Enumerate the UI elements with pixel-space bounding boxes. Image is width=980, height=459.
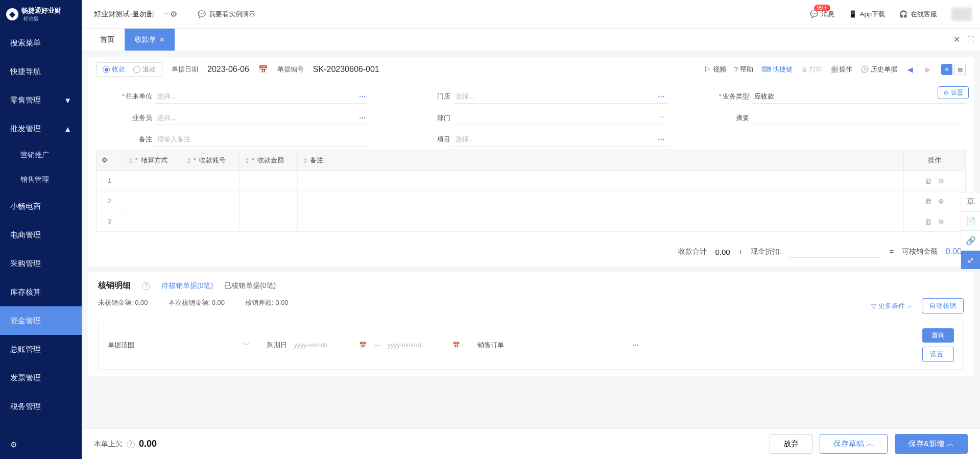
settings-button[interactable]: 设置 (922, 347, 954, 362)
verify-tab-done[interactable]: 已核销单据(0笔) (224, 281, 276, 291)
brand-icon: ◆ (6, 8, 18, 20)
tab-receipt[interactable]: 收款单 ✕ (125, 29, 175, 51)
th-amount[interactable]: ▲▼*收款金额 (240, 150, 298, 170)
demo-link[interactable]: 💬 我要看实例演示 (198, 10, 255, 19)
chat-icon: 💬 (198, 10, 206, 18)
gear-icon[interactable]: ⚙ (170, 9, 177, 19)
sidebar: 搜索菜单 快捷导航 零售管理▼ 批发管理▲ 营销推广 销售管理 小畅电商 电商管… (0, 29, 82, 459)
shortcut-link[interactable]: ⌨ 快捷键 (761, 65, 793, 74)
close-icon[interactable]: ✕ (159, 36, 164, 43)
save-draft-button[interactable]: 保存草稿 ︿ (820, 434, 888, 454)
help-icon[interactable]: ? (142, 282, 150, 290)
radio-refund[interactable]: 退款 (133, 65, 156, 74)
sidebar-item-inventory[interactable]: 库存核算 (0, 278, 82, 306)
summary-input[interactable] (752, 111, 966, 125)
sidebar-item-ecommerce[interactable]: 电商管理 (0, 221, 82, 249)
tab-home[interactable]: 首页 (90, 29, 125, 51)
sidebar-sub-marketing[interactable]: 营销推广 (0, 143, 82, 167)
grid-icon: ▦ (831, 65, 838, 73)
company-name: 好业财测试-量勿删 (94, 10, 154, 19)
table-row[interactable]: 2 🗑⊕ (97, 191, 965, 211)
discount-input[interactable] (790, 246, 881, 258)
float-draft-icon[interactable]: 草 (961, 192, 980, 211)
th-settle[interactable]: ▲▼*结算方式 (123, 150, 181, 170)
salesman-input[interactable]: 选择...⋯ (155, 111, 369, 125)
delete-icon[interactable]: 🗑 (925, 177, 932, 185)
sidebar-sub-sales[interactable]: 销售管理 (0, 167, 82, 192)
viewmode-grid[interactable]: ▦ (954, 64, 966, 75)
partner-input[interactable]: 选择...⋯ (155, 89, 369, 104)
topbar: ◆ 畅捷通好业财 标准版 好业财测试-量勿删 ﹀ ⚙ 💬 我要看实例演示 99 … (0, 0, 980, 29)
add-row-icon[interactable]: ⊕ (938, 177, 944, 185)
sidebar-item-wholesale[interactable]: 批发管理▲ (0, 114, 82, 143)
sidebar-item-xiaochang[interactable]: 小畅电商 (0, 192, 82, 221)
scope-select[interactable]: ﹀ (139, 338, 252, 352)
due-to-input[interactable]: yyyy-mm-dd📅 (386, 338, 462, 352)
remark-input[interactable]: 请输入备注 (155, 132, 369, 147)
float-doc-icon[interactable]: 📄 (961, 211, 980, 231)
sidebar-item-invoice[interactable]: 发票管理 (0, 364, 82, 392)
add-row-icon[interactable]: ⊕ (938, 218, 944, 226)
help-icon[interactable]: ? (127, 440, 135, 448)
close-all-icon[interactable]: ✕ (953, 35, 960, 44)
project-input[interactable]: 选择...⋯ (453, 132, 667, 147)
save-new-button[interactable]: 保存&新增 ︿ (895, 434, 968, 454)
history-button[interactable]: 🕓 历史单据 (861, 65, 897, 74)
sidebar-settings[interactable]: ⚙ (0, 430, 82, 459)
date-value[interactable]: 2023-06-06 (207, 65, 249, 74)
table-row[interactable]: 3 🗑⊕ (97, 211, 965, 232)
verify-tab-pending[interactable]: 待核销单据(0笔) (161, 281, 213, 291)
online-service-button[interactable]: 🎧 在线客服 (899, 10, 937, 19)
print-button[interactable]: 🖨 打印 (801, 65, 823, 74)
float-expand-icon[interactable]: ⤢ (961, 250, 980, 270)
sidebar-item-quicknav[interactable]: 快捷导航 (0, 57, 82, 86)
field-salesman: 业务员 选择...⋯ (96, 111, 369, 125)
gear-icon: ⚙ (943, 89, 949, 96)
sidebar-item-ledger[interactable]: 总账管理 (0, 335, 82, 364)
debt-amount: 0.00 (139, 439, 157, 449)
th-gear[interactable]: ⚙ (97, 150, 123, 170)
delete-icon[interactable]: 🗑 (925, 218, 932, 226)
due-from-input[interactable]: yyyy-mm-dd📅 (292, 338, 369, 352)
sales-order-input[interactable]: ⋯ (509, 338, 642, 352)
store-input[interactable]: 选择...⋯ (453, 89, 667, 104)
app-download-button[interactable]: 📱 App下载 (849, 10, 885, 19)
fullscreen-icon[interactable]: ⛶ (967, 36, 974, 43)
sidebar-item-funds[interactable]: 资金管理 (0, 306, 82, 335)
th-note[interactable]: ▲▼备注 (298, 150, 904, 170)
sidebar-item-search[interactable]: 搜索菜单 (0, 29, 82, 57)
more-conditions-toggle[interactable]: ▽更多条件︿ (871, 301, 914, 310)
radio-receipt[interactable]: 收款 (103, 65, 125, 74)
avatar[interactable] (951, 8, 972, 21)
field-biztype: *业务类型 应收款﹀ (693, 89, 966, 104)
sidebar-item-tax[interactable]: 税务管理 (0, 392, 82, 421)
table-row[interactable]: 1 🗑⊕ (97, 171, 965, 191)
dept-select[interactable]: ﹀ (453, 111, 667, 125)
document-toolbar: 收款 退款 单据日期 2023-06-06 📅 单据编号 SK-20230606… (88, 57, 974, 82)
prev-doc-icon[interactable]: ◀ (905, 65, 915, 74)
video-link[interactable]: ▷ 视频 (704, 65, 726, 74)
next-doc-icon[interactable]: ▶ (923, 65, 933, 74)
sidebar-item-purchase[interactable]: 采购管理 (0, 249, 82, 278)
delete-icon[interactable]: 🗑 (925, 197, 932, 205)
calendar-icon[interactable]: 📅 (258, 65, 268, 74)
biztype-select[interactable]: 应收款﹀ (752, 89, 966, 104)
th-account[interactable]: ▲▼*收款账号 (181, 150, 240, 170)
help-link[interactable]: ? 帮助 (734, 65, 753, 74)
add-row-icon[interactable]: ⊕ (938, 197, 944, 205)
th-action: 操作 (904, 150, 965, 170)
company-selector[interactable]: 好业财测试-量勿删 ﹀ (94, 10, 170, 19)
viewmode-list[interactable]: ≡ (941, 64, 952, 75)
field-project: 项目 选择...⋯ (394, 132, 667, 147)
float-link-icon[interactable]: 🔗 (961, 231, 980, 250)
auto-verify-button[interactable]: 自动核销 (922, 298, 964, 313)
caret-down-icon: ▼ (64, 96, 71, 105)
play-icon: ▷ (704, 65, 711, 73)
abandon-button[interactable]: 放弃 (770, 434, 812, 454)
query-button[interactable]: 查询 (922, 328, 954, 343)
messages-button[interactable]: 99 + 💬 消息 (810, 10, 834, 19)
sidebar-item-retail[interactable]: 零售管理▼ (0, 86, 82, 114)
chevron-up-icon: ︿ (866, 439, 874, 448)
config-button[interactable]: ⚙设置 (938, 86, 969, 99)
operate-button[interactable]: ▦ 操作 (831, 65, 853, 74)
